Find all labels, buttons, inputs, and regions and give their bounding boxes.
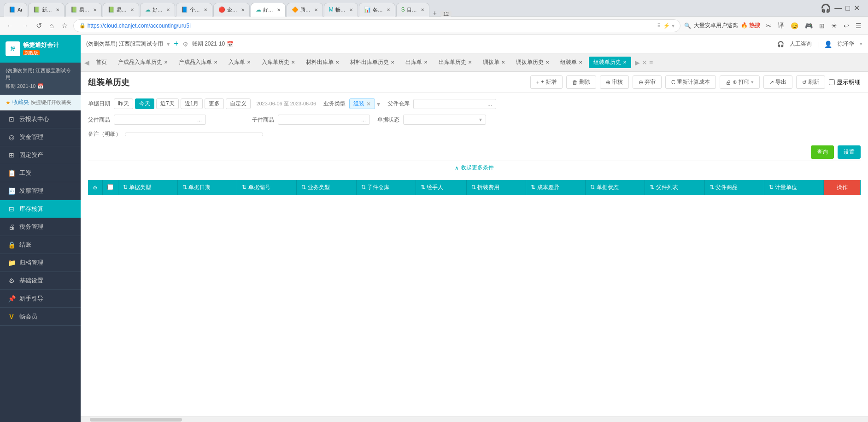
- col-child-warehouse[interactable]: ⇅ 子件仓库: [356, 180, 416, 195]
- refresh-btn[interactable]: ↺ 刷新: [796, 75, 825, 89]
- nav-tab-material-out-hist-close[interactable]: ✕: [391, 60, 394, 65]
- delete-btn[interactable]: 🗑 删除: [566, 75, 596, 89]
- collapse-bar[interactable]: ∧ 收起更多条件: [88, 161, 861, 174]
- reload-btn[interactable]: ↺: [34, 20, 44, 31]
- query-btn[interactable]: 查询: [811, 145, 834, 159]
- nav-tab-assemble-hist[interactable]: 组装单历史 ✕: [589, 57, 631, 68]
- new-tab-btn[interactable]: +: [430, 9, 440, 17]
- date-btn-today[interactable]: 今天: [135, 98, 154, 109]
- child-goods-input[interactable]: ...: [278, 115, 370, 125]
- col-handler[interactable]: ⇅ 经手人: [416, 180, 466, 195]
- sidebar-item-capital[interactable]: ◎ 资金管理: [0, 128, 81, 146]
- browser-tab-target[interactable]: S 目… ✕: [396, 3, 429, 17]
- audit-btn[interactable]: ⊕ 审核: [600, 75, 629, 89]
- sidebar-bookmark[interactable]: ★ 收藏夹 快捷键打开收藏夹: [0, 95, 81, 110]
- date-btn-more[interactable]: 更多: [205, 98, 224, 109]
- tab-count-badge[interactable]: 12: [440, 11, 452, 17]
- nav-tab-transfer-hist[interactable]: 调拨单历史 ✕: [511, 57, 554, 68]
- nav-collapse-right[interactable]: ▶: [635, 59, 640, 66]
- col-doc-type[interactable]: ⇅ 单据类型: [118, 180, 178, 195]
- translate-icon[interactable]: 译: [776, 21, 786, 31]
- headset-icon[interactable]: 🎧: [821, 3, 831, 13]
- browser-tab-each[interactable]: 📊 各… ✕: [359, 3, 395, 17]
- parent-goods-input[interactable]: ...: [114, 115, 206, 125]
- nav-tab-out-close[interactable]: ✕: [424, 60, 428, 65]
- nav-collapse-left[interactable]: ◀: [84, 59, 89, 66]
- nav-tab-transfer[interactable]: 调拨单 ✕: [478, 57, 510, 68]
- undo-icon[interactable]: ↩: [842, 21, 851, 30]
- browser-tab-hao2[interactable]: ☁ 好… ✕: [251, 3, 286, 17]
- date-btn-1month[interactable]: 近1月: [181, 98, 203, 109]
- browser-tab-tencent[interactable]: 🔶 腾… ✕: [287, 3, 323, 17]
- new-btn[interactable]: + + 新增: [530, 75, 563, 89]
- business-type-remove[interactable]: ✕: [366, 101, 371, 107]
- select-all-checkbox[interactable]: [107, 184, 113, 190]
- calendar-small-icon[interactable]: 📅: [227, 41, 234, 47]
- add-company-btn[interactable]: +: [174, 39, 179, 49]
- nav-tab-out-hist-close[interactable]: ✕: [468, 60, 472, 65]
- nav-tab-product-in-close[interactable]: ✕: [214, 60, 217, 65]
- minimize-btn[interactable]: —: [834, 4, 842, 12]
- nav-tab-transfer-close[interactable]: ✕: [501, 60, 505, 65]
- nav-tab-product-in-hist[interactable]: 产成品入库单历史 ✕: [113, 57, 172, 68]
- settings-btn[interactable]: 设置: [838, 145, 861, 159]
- nav-settings[interactable]: ≡: [649, 59, 653, 66]
- sidebar-item-archive[interactable]: 📁 归档管理: [0, 254, 81, 272]
- company-selector[interactable]: (勿删勿禁用) 江西服宝测试专用: [86, 40, 163, 48]
- nav-tab-in-hist[interactable]: 入库单历史 ✕: [257, 57, 299, 68]
- recalculate-btn[interactable]: C 重新计算成本: [665, 75, 716, 89]
- nav-close-all[interactable]: ✕: [642, 59, 647, 66]
- col-doc-status[interactable]: ⇅ 单据状态: [586, 180, 645, 195]
- back-btn[interactable]: ←: [5, 21, 16, 31]
- game-icon[interactable]: 🎮: [803, 21, 815, 30]
- nav-tab-home[interactable]: 首页: [91, 57, 111, 68]
- browser-tab-ai[interactable]: 📘 Ai: [4, 3, 27, 17]
- nav-tab-material-out-hist[interactable]: 材料出库单历史 ✕: [346, 57, 399, 68]
- nav-tab-assemble-hist-close[interactable]: ✕: [623, 60, 627, 65]
- nav-tab-assemble[interactable]: 组装单 ✕: [556, 57, 587, 68]
- menu-icon[interactable]: ☰: [854, 21, 863, 30]
- sidebar-item-settings[interactable]: ⚙ 基础设置: [0, 272, 81, 290]
- brightness-icon[interactable]: ☀: [829, 21, 839, 30]
- col-checkbox[interactable]: [103, 180, 118, 195]
- print-btn[interactable]: 🖨 ⊕ 打印 ▾: [720, 75, 760, 89]
- col-gear[interactable]: ⚙: [88, 180, 103, 195]
- forward-btn[interactable]: →: [19, 21, 30, 31]
- scroll-thumb[interactable]: [90, 418, 182, 422]
- browser-tab-profile[interactable]: 📘 个… ✕: [176, 3, 212, 17]
- browser-tab-hao1[interactable]: ☁ 好… ✕: [140, 3, 175, 17]
- sidebar-item-invoice[interactable]: 🧾 发票管理: [0, 182, 81, 200]
- col-unit[interactable]: ⇅ 计量单位: [764, 180, 823, 195]
- browser-tab-chang[interactable]: M 畅… ✕: [324, 3, 358, 17]
- user-name[interactable]: 徐泽华: [838, 40, 854, 48]
- close-btn[interactable]: ✕: [854, 4, 860, 12]
- parent-warehouse-input[interactable]: ...: [413, 99, 496, 109]
- browser-tab-easy1[interactable]: 📗 易… ✕: [65, 3, 102, 17]
- nav-tab-assemble-close[interactable]: ✕: [579, 60, 582, 65]
- address-input[interactable]: 🔒 https://cloud.chanjet.com/accounting/u…: [73, 19, 680, 32]
- date-btn-7days[interactable]: 近7天: [156, 98, 179, 109]
- nav-tab-transfer-hist-close[interactable]: ✕: [545, 60, 549, 65]
- nav-tab-material-out-close[interactable]: ✕: [335, 60, 339, 65]
- col-disassemble-fee[interactable]: ⇅ 拆装费用: [467, 180, 526, 195]
- nav-tab-in-close[interactable]: ✕: [247, 60, 251, 65]
- sidebar-item-cloud-reports[interactable]: ⊡ 云报表中心: [0, 110, 81, 128]
- col-parent-goods[interactable]: ⇅ 父件商品: [704, 180, 764, 195]
- browser-tab-easy2[interactable]: 📗 易… ✕: [103, 3, 139, 17]
- nav-tab-product-in-hist-close[interactable]: ✕: [164, 60, 168, 65]
- abandon-btn[interactable]: ⊖ 弃审: [633, 75, 662, 89]
- home-btn[interactable]: ⌂: [47, 21, 56, 31]
- support-label[interactable]: 人工咨询: [790, 40, 812, 48]
- nav-tab-in[interactable]: 入库单 ✕: [224, 57, 255, 68]
- doc-status-select[interactable]: ▾: [403, 115, 486, 125]
- browser-tab-new[interactable]: 📗 新… ✕: [28, 3, 65, 17]
- scroll-bar-bottom[interactable]: [81, 416, 868, 422]
- scissor-icon[interactable]: ✂: [764, 21, 773, 30]
- col-doc-num[interactable]: ⇅ 单据编号: [237, 180, 297, 195]
- notes-input[interactable]: [125, 133, 263, 136]
- col-parent-list[interactable]: ⇅ 父件列表: [645, 180, 704, 195]
- nav-tab-out[interactable]: 出库单 ✕: [401, 57, 432, 68]
- sidebar-item-membership[interactable]: V 畅会员: [0, 308, 81, 326]
- nav-tab-product-in[interactable]: 产成品入库单 ✕: [174, 57, 222, 68]
- nav-tab-in-hist-close[interactable]: ✕: [291, 60, 295, 65]
